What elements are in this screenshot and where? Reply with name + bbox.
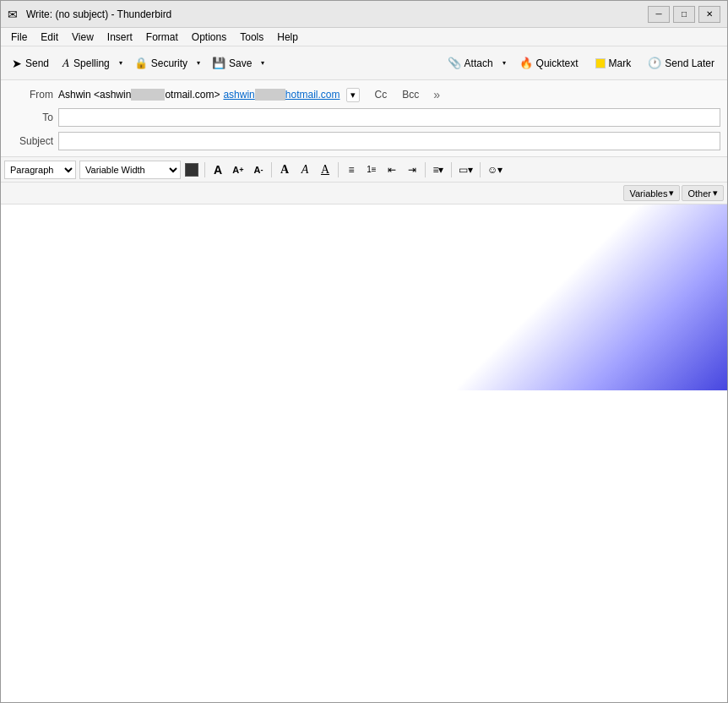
compose-textarea[interactable] bbox=[1, 204, 727, 702]
outdent-button[interactable]: ⇤ bbox=[383, 161, 401, 179]
from-email-link[interactable]: ashwinhotmail.com bbox=[223, 89, 340, 101]
send-label: Send bbox=[25, 57, 49, 69]
from-label: From bbox=[8, 89, 58, 101]
menu-view[interactable]: View bbox=[65, 30, 101, 45]
variables-label: Variables bbox=[629, 188, 667, 199]
spelling-dropdown[interactable]: ▾ bbox=[116, 51, 127, 76]
attach-label: Attach bbox=[465, 57, 493, 69]
mark-button[interactable]: Mark bbox=[588, 51, 639, 76]
attach-dropdown[interactable]: ▾ bbox=[499, 51, 510, 76]
cc-bcc-controls: Cc Bcc » bbox=[370, 87, 443, 102]
font-select[interactable]: Variable Width bbox=[79, 161, 181, 179]
spelling-button-group: 𝐴 Spelling ▾ bbox=[57, 51, 127, 76]
send-button[interactable]: ➤ Send bbox=[6, 51, 55, 76]
save-button-group: 💾 Save ▾ bbox=[206, 51, 269, 76]
quicktext-label: Quicktext bbox=[536, 57, 579, 69]
subject-row: Subject bbox=[1, 129, 727, 153]
to-input[interactable] bbox=[58, 108, 720, 127]
attach-button-group: 📎 Attach ▾ bbox=[442, 51, 510, 76]
security-icon: 🔒 bbox=[134, 57, 148, 69]
other-label: Other bbox=[687, 188, 711, 199]
align-button[interactable]: ≡▾ bbox=[429, 161, 448, 179]
attach-icon: 📎 bbox=[448, 57, 461, 69]
italic-button[interactable]: A bbox=[296, 161, 314, 179]
titlebar: ✉ Write: (no subject) - Thunderbird ─ □ … bbox=[1, 1, 727, 28]
save-icon: 💾 bbox=[212, 57, 225, 69]
send-icon: ➤ bbox=[12, 57, 22, 70]
to-row: To bbox=[1, 106, 727, 129]
color-swatch bbox=[185, 163, 198, 177]
font-size-decrease-button[interactable]: A- bbox=[249, 161, 268, 179]
menu-insert[interactable]: Insert bbox=[101, 30, 139, 45]
subject-input[interactable] bbox=[58, 132, 720, 150]
insert-toolbar: Variables ▾ Other ▾ bbox=[1, 183, 727, 204]
separator-2 bbox=[271, 162, 272, 177]
menu-options[interactable]: Options bbox=[185, 30, 233, 45]
other-dropdown-icon: ▾ bbox=[713, 188, 718, 199]
from-select-dropdown[interactable]: ▾ bbox=[346, 88, 360, 102]
font-larger-button[interactable]: A bbox=[209, 161, 227, 179]
emoji-button[interactable]: ☺▾ bbox=[484, 161, 506, 179]
compose-area bbox=[1, 204, 727, 702]
minimize-button[interactable]: ─ bbox=[648, 6, 670, 23]
attach-button[interactable]: 📎 Attach bbox=[442, 51, 499, 76]
separator-5 bbox=[451, 162, 452, 177]
separator-4 bbox=[425, 162, 426, 177]
paragraph-style-select[interactable]: Paragraph bbox=[4, 161, 76, 179]
variables-button[interactable]: Variables ▾ bbox=[623, 185, 680, 201]
separator-6 bbox=[480, 162, 481, 177]
window-title: Write: (no subject) - Thunderbird bbox=[26, 8, 648, 20]
font-size-increase-button[interactable]: A+ bbox=[229, 161, 247, 179]
send-later-label: Send Later bbox=[665, 57, 714, 69]
main-window: ✉ Write: (no subject) - Thunderbird ─ □ … bbox=[0, 0, 728, 703]
subject-label: Subject bbox=[8, 135, 58, 147]
bcc-button[interactable]: Bcc bbox=[398, 87, 423, 102]
close-button[interactable]: ✕ bbox=[698, 6, 720, 23]
separator-3 bbox=[338, 162, 339, 177]
other-button[interactable]: Other ▾ bbox=[682, 185, 724, 201]
security-label: Security bbox=[151, 57, 187, 69]
from-row: From Ashwin <ashwinotmail.com> ashwinhot… bbox=[1, 84, 727, 106]
variables-dropdown-icon: ▾ bbox=[669, 188, 674, 199]
send-later-icon: 🕐 bbox=[648, 57, 661, 69]
spelling-icon: 𝐴 bbox=[62, 56, 70, 70]
menu-help[interactable]: Help bbox=[270, 30, 305, 45]
security-button[interactable]: 🔒 Security bbox=[128, 51, 193, 76]
color-button[interactable] bbox=[182, 161, 201, 179]
format-toolbar: Paragraph Variable Width A A+ A- A A A ≡… bbox=[1, 157, 727, 183]
cc-button[interactable]: Cc bbox=[370, 87, 391, 102]
insert-element-button[interactable]: ▭▾ bbox=[455, 161, 476, 179]
unordered-list-button[interactable]: ≡ bbox=[342, 161, 361, 179]
menu-format[interactable]: Format bbox=[139, 30, 185, 45]
security-dropdown[interactable]: ▾ bbox=[193, 51, 204, 76]
menu-tools[interactable]: Tools bbox=[233, 30, 270, 45]
menubar: File Edit View Insert Format Options Too… bbox=[1, 28, 727, 46]
save-dropdown[interactable]: ▾ bbox=[258, 51, 269, 76]
underline-button[interactable]: A bbox=[316, 161, 334, 179]
window-controls: ─ □ ✕ bbox=[648, 6, 720, 23]
email-header: From Ashwin <ashwinotmail.com> ashwinhot… bbox=[1, 80, 727, 157]
quicktext-icon: 🔥 bbox=[519, 57, 533, 69]
maximize-button[interactable]: □ bbox=[673, 6, 695, 23]
spelling-label: Spelling bbox=[73, 57, 110, 69]
separator-1 bbox=[204, 162, 205, 177]
menu-file[interactable]: File bbox=[4, 30, 34, 45]
security-button-group: 🔒 Security ▾ bbox=[128, 51, 204, 76]
ordered-list-button[interactable]: 1≡ bbox=[362, 161, 381, 179]
from-name: Ashwin <ashwinotmail.com> bbox=[58, 89, 220, 101]
send-later-button[interactable]: 🕐 Send Later bbox=[640, 51, 722, 76]
mark-icon bbox=[595, 58, 606, 68]
bold-button[interactable]: A bbox=[275, 161, 294, 179]
app-icon: ✉ bbox=[8, 8, 21, 21]
main-toolbar: ➤ Send 𝐴 Spelling ▾ 🔒 Security ▾ 💾 Save bbox=[1, 46, 727, 80]
send-button-group: ➤ Send bbox=[6, 51, 55, 76]
expand-headers-button[interactable]: » bbox=[430, 87, 443, 102]
to-label: To bbox=[8, 112, 58, 123]
menu-edit[interactable]: Edit bbox=[34, 30, 65, 45]
save-button[interactable]: 💾 Save bbox=[206, 51, 258, 76]
spelling-button[interactable]: 𝐴 Spelling bbox=[57, 51, 116, 76]
quicktext-button[interactable]: 🔥 Quicktext bbox=[512, 51, 586, 76]
indent-button[interactable]: ⇥ bbox=[403, 161, 421, 179]
from-content: Ashwin <ashwinotmail.com> ashwinhotmail.… bbox=[58, 87, 720, 102]
mark-label: Mark bbox=[609, 57, 632, 69]
